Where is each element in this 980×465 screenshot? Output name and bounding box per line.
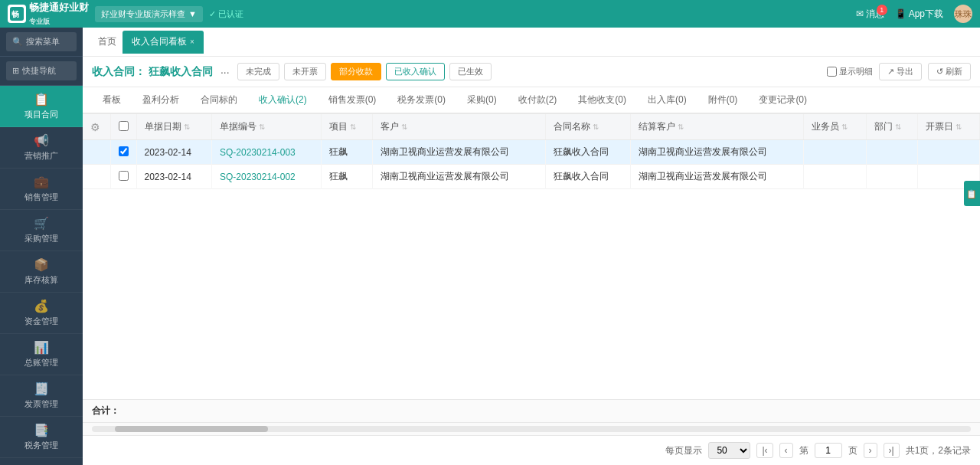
app-download-btn[interactable]: 📱 App下载 <box>895 8 943 21</box>
show-detail-checkbox[interactable] <box>827 67 837 77</box>
prev-page-btn[interactable]: ‹ <box>779 443 793 458</box>
sort-icon3: ⇅ <box>350 123 356 131</box>
sidebar-item-capital[interactable]: 💰资金管理 <box>0 293 83 334</box>
row-checkbox-1[interactable] <box>110 165 136 189</box>
first-page-btn[interactable]: |‹ <box>756 443 773 458</box>
col-open-date-label: 开票日 <box>926 120 953 133</box>
company-selector[interactable]: 好业财专业版演示样查 ▼ <box>95 6 203 22</box>
tab-kanban[interactable]: 看板 <box>92 87 132 114</box>
select-all-checkbox[interactable] <box>119 121 129 131</box>
sidebar-item-assets[interactable]: 🏢固定资产 <box>0 458 83 465</box>
sidebar: 🔍 搜索菜单 ⊞ 快捷导航 📋项目合同📢营销推广💼销售管理🛒采购管理📦库存核算💰… <box>0 28 83 465</box>
sidebar-item-sales[interactable]: 💼销售管理 <box>0 169 83 210</box>
table-row[interactable]: 2023-02-14 SQ-20230214-002 狂飙 湖南卫视商业运营发展… <box>83 165 980 189</box>
row-number-0[interactable]: SQ-20230214-003 <box>212 140 322 165</box>
page-size-select[interactable]: 20 50 100 <box>708 442 750 459</box>
more-options-btn[interactable]: ··· <box>220 66 230 78</box>
status-confirmed-btn[interactable]: 已收入确认 <box>386 63 445 80</box>
table-footer: 合计： <box>83 399 980 422</box>
tab-purchase[interactable]: 采购(0) <box>456 87 508 114</box>
col-department[interactable]: 部门 ⇅ <box>866 114 917 140</box>
sidebar-item-project[interactable]: 📋项目合同 <box>0 86 83 127</box>
col-result-customer-label: 结算客户 <box>639 120 675 133</box>
status-uninvoiced-btn[interactable]: 未开票 <box>284 63 326 80</box>
certified-badge: ✓ 已认证 <box>209 8 243 20</box>
tab-tax_invoice[interactable]: 税务发票(0) <box>387 87 456 114</box>
marketing-icon: 📢 <box>34 133 49 148</box>
col-date[interactable]: 单据日期 ⇅ <box>136 114 212 140</box>
show-detail-label: 显示明细 <box>827 66 873 77</box>
breadcrumb-home[interactable]: 首页 <box>92 35 122 48</box>
tab-sales_invoice[interactable]: 销售发票(0) <box>318 87 387 114</box>
status-partial-btn[interactable]: 部分收款 <box>331 63 381 80</box>
status-effective-btn[interactable]: 已生效 <box>449 63 492 80</box>
next-page-btn[interactable]: › <box>864 443 877 458</box>
table-row[interactable]: 2023-02-14 SQ-20230214-003 狂飙 湖南卫视商业运营发展… <box>83 140 980 165</box>
sort-icon2: ⇅ <box>259 123 265 131</box>
user-menu[interactable]: 珠珠 <box>954 5 972 23</box>
table-container[interactable]: ⚙ 单据日期 ⇅ <box>83 114 980 399</box>
scroll-thumb[interactable] <box>115 426 268 432</box>
col-settings[interactable]: ⚙ <box>83 114 110 140</box>
refresh-btn[interactable]: ↺ 刷新 <box>928 63 971 80</box>
tab-payment[interactable]: 收付款(2) <box>508 87 568 114</box>
active-tab-btn[interactable]: 收入合同看板 × <box>122 31 204 54</box>
scroll-track[interactable] <box>92 426 971 432</box>
quick-nav-btn[interactable]: ⊞ 快捷导航 <box>6 61 77 80</box>
col-number[interactable]: 单据编号 ⇅ <box>212 114 322 140</box>
row-number-1[interactable]: SQ-20230214-002 <box>212 165 322 189</box>
sidebar-item-invoice[interactable]: 🧾发票管理 <box>0 375 83 417</box>
tab-in_out[interactable]: 出入库(0) <box>637 87 697 114</box>
row-settings-0 <box>83 140 110 165</box>
tab-close-icon[interactable]: × <box>190 38 194 46</box>
sidebar-item-purchase[interactable]: 🛒采购管理 <box>0 210 83 251</box>
dropdown-icon: ▼ <box>188 9 197 18</box>
sales-icon: 💼 <box>34 175 49 189</box>
status-incomplete-btn[interactable]: 未完成 <box>237 63 279 80</box>
col-salesperson[interactable]: 业务员 ⇅ <box>804 114 866 140</box>
right-dock-btn[interactable]: 📋 <box>964 181 980 206</box>
sidebar-item-marketing[interactable]: 📢营销推广 <box>0 127 83 169</box>
row-project-0: 狂飙 <box>322 140 373 165</box>
tab-contract_std[interactable]: 合同标的 <box>190 87 248 114</box>
sort-icon9: ⇅ <box>956 123 962 131</box>
status-buttons: 未完成 未开票 部分收款 已收入确认 已生效 <box>237 63 492 80</box>
tab-change_log[interactable]: 变更记录(0) <box>748 87 818 114</box>
col-result-customer[interactable]: 结算客户 ⇅ <box>631 114 804 140</box>
export-icon: ↗ <box>887 67 894 77</box>
notification-btn[interactable]: ✉ 消息 1 <box>856 8 884 21</box>
export-btn[interactable]: ↗ 导出 <box>879 63 922 80</box>
tab-profit[interactable]: 盈利分析 <box>132 87 190 114</box>
col-contract-name[interactable]: 合同名称 ⇅ <box>546 114 631 140</box>
prev-window-btn[interactable]: ‹ <box>923 35 937 49</box>
sidebar-item-tax[interactable]: 📑税务管理 <box>0 417 83 458</box>
col-customer[interactable]: 客户 ⇅ <box>373 114 546 140</box>
row-checkbox-0[interactable] <box>110 140 136 165</box>
row-project-1: 狂飙 <box>322 165 373 189</box>
col-checkbox[interactable] <box>110 114 136 140</box>
contract-title: 收入合同： 狂飙收入合同 <box>92 65 213 79</box>
sidebar-item-general[interactable]: 📊总账管理 <box>0 334 83 375</box>
grid-icon: ⊞ <box>12 66 19 76</box>
last-page-btn[interactable]: ›| <box>884 443 900 458</box>
search-menu-btn[interactable]: 🔍 搜索菜单 <box>6 32 77 51</box>
col-project[interactable]: 项目 ⇅ <box>322 114 373 140</box>
inventory-icon: 📦 <box>34 257 49 272</box>
sidebar-label-tax: 税务管理 <box>24 440 58 451</box>
table-body: 2023-02-14 SQ-20230214-003 狂飙 湖南卫视商业运营发展… <box>83 140 980 189</box>
row-customer-1: 湖南卫视商业运营发展有限公司 <box>373 165 546 189</box>
sidebar-item-inventory[interactable]: 📦库存核算 <box>0 251 83 293</box>
row-salesperson-0 <box>804 140 866 165</box>
col-open-date[interactable]: 开票日 ⇅ <box>917 114 979 140</box>
tab-attachment[interactable]: 附件(0) <box>697 87 749 114</box>
tab-income_confirm[interactable]: 收入确认(2) <box>248 87 318 114</box>
close-window-btn[interactable]: × <box>957 35 971 49</box>
row-salesperson-1 <box>804 165 866 189</box>
tab-other_income[interactable]: 其他收支(0) <box>567 87 637 114</box>
phone-icon: 📱 <box>895 8 906 19</box>
settings-gear-icon[interactable]: ⚙ <box>90 121 100 133</box>
next-window-btn[interactable]: › <box>940 35 954 49</box>
page-input[interactable] <box>815 443 842 458</box>
sort-icon8: ⇅ <box>895 123 901 131</box>
invoice-icon: 🧾 <box>34 381 49 396</box>
